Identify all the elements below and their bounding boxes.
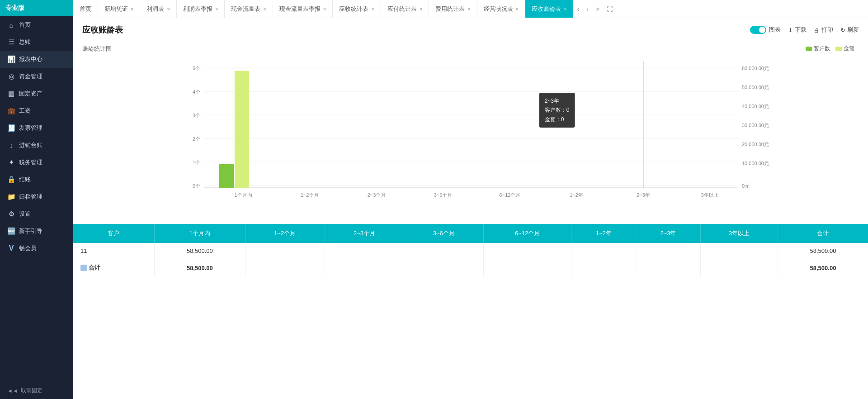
- header-actions: 图表 ⬇ 下载 🖨 打印 ↻ 刷新: [750, 26, 859, 34]
- sidebar-item-home[interactable]: ⌂ 首页: [0, 16, 73, 33]
- sidebar-item-label: 发票管理: [19, 124, 42, 132]
- tax-icon: ✦: [7, 158, 15, 166]
- sidebar-item-sales[interactable]: ↕ 进销台账: [0, 137, 73, 154]
- tab-voucher-close[interactable]: ×: [131, 6, 133, 12]
- footer-label: 合计: [73, 259, 154, 277]
- sidebar-item-label: 设置: [19, 210, 31, 218]
- tab-cashflow-quarterly[interactable]: 现金流量表季报 ×: [273, 0, 333, 18]
- svg-text:1个: 1个: [193, 160, 200, 165]
- closing-icon: 🔒: [7, 176, 15, 184]
- tab-business-stat-label: 经营状况表: [484, 5, 513, 13]
- tab-receivable-aging-close[interactable]: ×: [564, 6, 566, 12]
- main-content: 首页 新增凭证 × 利润表 × 利润表季报 × 现金流量表 × 现金流量表季报 …: [73, 0, 868, 399]
- sidebar-item-salary[interactable]: 💼 工资: [0, 102, 73, 119]
- sidebar-item-label: 税务管理: [19, 158, 42, 166]
- footer-m1-2: [245, 259, 325, 277]
- col-m1: 1个月内: [154, 224, 245, 243]
- tab-cashflow-quarterly-close[interactable]: ×: [323, 6, 326, 12]
- tab-receivable-aging[interactable]: 应收账龄表 ×: [525, 0, 573, 18]
- footer-m2-3: [325, 259, 404, 277]
- tab-profit-quarterly[interactable]: 利润表季报 ×: [177, 0, 225, 18]
- toggle-track[interactable]: [750, 26, 766, 34]
- tab-cashflow-close[interactable]: ×: [263, 6, 266, 12]
- cell-m3-6: [404, 243, 484, 259]
- svg-text:2~3年: 2~3年: [637, 192, 650, 198]
- tab-next-button[interactable]: ›: [583, 0, 592, 18]
- sidebar-item-label: 工资: [19, 107, 31, 115]
- archive-icon: 📁: [7, 193, 15, 201]
- tab-maximize-button[interactable]: ⛶: [603, 0, 617, 18]
- refresh-icon: ↻: [840, 27, 845, 33]
- tab-profit-quarterly-close[interactable]: ×: [215, 6, 218, 12]
- table-area: 客户 1个月内 1~2个月 2~3个月 3~6个月 6~12个月 1~2年 2~…: [73, 224, 868, 399]
- sidebar-item-label: 报表中心: [19, 55, 42, 63]
- cell-y3plus: [700, 243, 778, 259]
- sidebar-item-settings[interactable]: ⚙ 设置: [0, 205, 73, 223]
- table-header-row: 客户 1个月内 1~2个月 2~3个月 3~6个月 6~12个月 1~2年 2~…: [73, 224, 868, 243]
- sidebar-item-vip[interactable]: V 畅会员: [0, 240, 73, 257]
- col-y2-3: 2~3年: [636, 224, 701, 243]
- col-m6-12: 6~12个月: [484, 224, 571, 243]
- tab-close-button[interactable]: ×: [592, 0, 603, 18]
- vip-icon: V: [7, 244, 15, 252]
- sidebar-item-ledger[interactable]: ☰ 总账: [0, 33, 73, 51]
- svg-text:0元: 0元: [742, 183, 750, 189]
- footer-y2-3: [636, 259, 701, 277]
- tab-voucher[interactable]: 新增凭证 ×: [98, 0, 140, 18]
- tab-home[interactable]: 首页: [73, 0, 98, 18]
- footer-label-text: 合计: [89, 264, 100, 272]
- print-button[interactable]: 🖨 打印: [814, 26, 833, 34]
- tab-profit[interactable]: 利润表 ×: [140, 0, 176, 18]
- sidebar-item-guide[interactable]: 🆕 新手引导: [0, 223, 73, 240]
- sidebar-item-invoice[interactable]: 🧾 发票管理: [0, 119, 73, 137]
- home-icon: ⌂: [7, 21, 15, 29]
- download-button[interactable]: ⬇ 下载: [788, 26, 807, 34]
- unpin-label: 取消固定: [21, 387, 42, 394]
- legend-amount: 金额: [835, 45, 854, 52]
- bar-customer-0: [219, 164, 234, 188]
- sidebar-item-label: 进销台账: [19, 141, 42, 149]
- sidebar-item-assets[interactable]: ▦ 固定资产: [0, 85, 73, 102]
- print-icon: 🖨: [814, 27, 820, 33]
- sidebar-unpin-button[interactable]: ◄◄ 取消固定: [0, 382, 73, 399]
- sidebar-item-archive[interactable]: 📁 归档管理: [0, 188, 73, 205]
- tab-payable-stat-close[interactable]: ×: [420, 6, 422, 12]
- sidebar-item-funds[interactable]: ◎ 资金管理: [0, 68, 73, 85]
- sidebar-item-tax[interactable]: ✦ 税务管理: [0, 154, 73, 171]
- tab-payable-stat[interactable]: 应付统计表 ×: [381, 0, 429, 18]
- sales-icon: ↕: [7, 142, 15, 149]
- cell-customer: 11: [73, 243, 154, 259]
- sidebar-item-closing[interactable]: 🔒 结账: [0, 171, 73, 188]
- download-label: 下载: [795, 26, 807, 34]
- chart-toggle[interactable]: 图表: [750, 26, 781, 34]
- tab-business-stat[interactable]: 经营状况表 ×: [477, 0, 525, 18]
- refresh-button[interactable]: ↻ 刷新: [840, 26, 859, 34]
- print-label: 打印: [821, 26, 833, 34]
- footer-m1: 58,500.00: [154, 259, 245, 277]
- tab-business-stat-close[interactable]: ×: [516, 6, 519, 12]
- tab-bar: 首页 新增凭证 × 利润表 × 利润表季报 × 现金流量表 × 现金流量表季报 …: [73, 0, 868, 18]
- svg-text:1~2个月: 1~2个月: [301, 192, 319, 198]
- page-title: 应收账龄表: [82, 24, 123, 35]
- sidebar-item-label: 结账: [19, 176, 31, 184]
- tab-expense-stat[interactable]: 费用统计表 ×: [429, 0, 477, 18]
- chart-svg: 5个 4个 3个 2个 1个 0个 60,000.00元 50,000.00元 …: [82, 57, 859, 219]
- tab-expense-stat-close[interactable]: ×: [467, 6, 470, 12]
- tab-receivable-stat[interactable]: 应收统计表 ×: [333, 0, 381, 18]
- tab-home-label: 首页: [80, 5, 91, 13]
- tab-receivable-stat-close[interactable]: ×: [371, 6, 374, 12]
- svg-text:50,000.00元: 50,000.00元: [742, 85, 769, 90]
- tab-receivable-stat-label: 应收统计表: [339, 5, 368, 13]
- tab-receivable-aging-label: 应收账龄表: [532, 5, 561, 13]
- legend-amount-icon: [835, 47, 842, 51]
- sidebar-item-label: 畅会员: [19, 244, 37, 252]
- footer-y3plus: [700, 259, 778, 277]
- tab-prev-button[interactable]: ‹: [573, 0, 583, 18]
- tab-profit-close[interactable]: ×: [167, 6, 170, 12]
- sidebar-item-reports[interactable]: 📊 报表中心: [0, 51, 73, 68]
- cell-total: 58,500.00: [778, 243, 868, 259]
- svg-text:3年以上: 3年以上: [701, 192, 718, 198]
- tab-cashflow[interactable]: 现金流量表 ×: [225, 0, 273, 18]
- tab-cashflow-label: 现金流量表: [231, 5, 260, 13]
- chart-title: 账龄统计图: [82, 45, 859, 53]
